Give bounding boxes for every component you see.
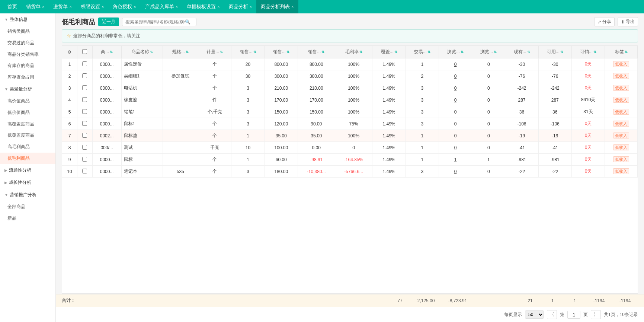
cell-view1[interactable]: 0 <box>439 142 472 154</box>
nav-role-auth[interactable]: 角色授权 × <box>108 0 140 13</box>
nav-home[interactable]: 首页 <box>3 0 22 13</box>
nav-close-icon[interactable]: × <box>102 4 104 9</box>
search-box[interactable]: 🔍 <box>122 18 196 26</box>
nav-close-icon[interactable]: × <box>134 4 136 9</box>
view1-link[interactable]: 0 <box>454 121 457 127</box>
select-all-checkbox[interactable] <box>82 49 87 54</box>
cell-view1[interactable]: 1 <box>439 154 472 166</box>
th-trade-count[interactable]: 交易...⇅ <box>406 46 439 58</box>
th-checkbox[interactable] <box>77 46 92 58</box>
th-gross-margin[interactable]: 毛利率⇅ <box>335 46 372 58</box>
sidebar-item-traded-goods[interactable]: 交易过的商品 <box>0 37 55 49</box>
th-saleable-days[interactable]: 可销...⇅ <box>571 46 605 58</box>
sidebar-group-cluster-analysis[interactable]: ▼ 类聚量分析 <box>0 83 55 95</box>
cell-checkbox[interactable] <box>77 130 92 142</box>
cell-view1[interactable]: 0 <box>439 118 472 130</box>
cell-checkbox[interactable] <box>77 142 92 154</box>
sidebar-item-high-coverage[interactable]: 高覆盖度商品 <box>0 118 55 130</box>
cell-available-stock: -19 <box>538 130 571 142</box>
th-current-stock[interactable]: 现有...⇅ <box>505 46 538 58</box>
page-size-select[interactable]: 50 100 200 <box>525 310 544 319</box>
sidebar-item-high-margin[interactable]: 高毛利商品 <box>0 141 55 153</box>
th-sales-qty[interactable]: 销售...⇅ <box>231 46 265 58</box>
view1-link[interactable]: 0 <box>454 145 457 150</box>
cell-name: 电话机 <box>121 82 163 94</box>
nav-product-analysis-list[interactable]: 商品分析列表 × <box>256 0 298 13</box>
cell-checkbox[interactable] <box>77 94 92 106</box>
nav-template-settings[interactable]: 单据模板设置 × <box>182 0 224 13</box>
page-number-input[interactable] <box>567 311 580 319</box>
th-unit[interactable]: 计量...⇅ <box>198 46 231 58</box>
cell-checkbox[interactable] <box>77 58 92 70</box>
tag-badge: 低收入 <box>613 109 629 115</box>
cell-checkbox[interactable] <box>77 106 92 118</box>
view1-link[interactable]: 0 <box>454 86 457 91</box>
cell-view1[interactable]: 0 <box>439 70 472 82</box>
cell-view1[interactable]: 0 <box>439 106 472 118</box>
sidebar-item-stock-capital[interactable]: 库存资金占用 <box>0 71 55 83</box>
cell-checkbox[interactable] <box>77 70 92 82</box>
sidebar-item-high-value[interactable]: 高价值商品 <box>0 95 55 107</box>
view1-link[interactable]: 1 <box>454 157 457 162</box>
th-view1[interactable]: 浏览...⇅ <box>439 46 472 58</box>
th-spec[interactable]: 规格...⇅ <box>163 46 198 58</box>
nav-close-icon[interactable]: × <box>217 4 220 9</box>
share-button[interactable]: ↗ 分享 <box>594 17 615 26</box>
sidebar-item-all-goods[interactable]: 全部商品 <box>0 201 55 213</box>
cell-view1[interactable]: 0 <box>439 94 472 106</box>
cell-checkbox[interactable] <box>77 166 92 178</box>
cell-view1[interactable]: 0 <box>439 58 472 70</box>
cell-checkbox[interactable] <box>77 118 92 130</box>
view1-link[interactable]: 0 <box>454 98 457 103</box>
sidebar-group-growth[interactable]: ▶ 成长性分析 <box>0 176 55 189</box>
export-button[interactable]: ⬆ 导出 <box>618 17 638 26</box>
sidebar-group-liquidity[interactable]: ▶ 流通性分析 <box>0 164 55 176</box>
view1-link[interactable]: 0 <box>454 109 457 115</box>
nav-close-icon[interactable]: × <box>176 4 178 9</box>
sidebar-item-category-sales-rate[interactable]: 商品分类销售率 <box>0 49 55 60</box>
cell-view1[interactable]: 0 <box>439 130 472 142</box>
nav-close-icon[interactable]: × <box>42 4 44 9</box>
sidebar-item-sales-goods[interactable]: 销售类商品 <box>0 26 55 37</box>
th-coverage[interactable]: 覆盖...⇅ <box>372 46 406 58</box>
cell-view1[interactable]: 0 <box>439 166 472 178</box>
sidebar-item-new-goods[interactable]: 新品 <box>0 213 55 224</box>
nav-purchase-order[interactable]: 进货单 × <box>49 0 76 13</box>
nav-product-inbound[interactable]: 产成品入库单 × <box>141 0 182 13</box>
th-name[interactable]: 商品名称⇅ <box>121 46 163 58</box>
view1-link[interactable]: 0 <box>454 74 457 79</box>
th-code[interactable]: 商...⇅ <box>92 46 121 58</box>
th-settings[interactable]: ⚙ <box>62 46 77 58</box>
table-row: 3 0000... 电话机 个 3 210.00 210.00 100% 1.4… <box>62 82 638 94</box>
th-sales-amount[interactable]: 销售...⇅ <box>265 46 298 58</box>
nav-sales-order[interactable]: 销货单 × <box>22 0 49 13</box>
sidebar-item-low-coverage[interactable]: 低覆盖度商品 <box>0 130 55 141</box>
search-icon[interactable]: 🔍 <box>185 19 190 25</box>
sidebar-item-stock-goods[interactable]: 有库存的商品 <box>0 60 55 71</box>
nav-close-icon[interactable]: × <box>291 4 294 9</box>
th-tag[interactable]: 标签⇅ <box>605 46 638 58</box>
sidebar-group-overall-info[interactable]: ▼ 整体信息 <box>0 13 55 26</box>
next-page-button[interactable]: 〉 <box>591 310 601 319</box>
nav-permission-settings[interactable]: 权限设置 × <box>76 0 108 13</box>
sidebar-group-marketing[interactable]: ▼ 营销推广分析 <box>0 189 55 201</box>
th-available-stock[interactable]: 可用...⇅ <box>538 46 571 58</box>
th-sales-profit[interactable]: 销售...⇅ <box>298 46 335 58</box>
nav-product-analysis[interactable]: 商品分析 × <box>224 0 256 13</box>
cell-current-stock: 287 <box>505 94 538 106</box>
cell-checkbox[interactable] <box>77 82 92 94</box>
sidebar-item-low-margin[interactable]: 低毛利商品 <box>0 153 55 164</box>
cell-view1[interactable]: 0 <box>439 82 472 94</box>
view1-link[interactable]: 0 <box>454 169 457 174</box>
cell-checkbox[interactable] <box>77 154 92 166</box>
view1-link[interactable]: 0 <box>454 62 457 67</box>
date-filter-button[interactable]: 近一月 <box>98 17 119 26</box>
prev-page-button[interactable]: 〈 <box>547 310 557 319</box>
sidebar-item-low-value[interactable]: 低价值商品 <box>0 107 55 118</box>
th-view2[interactable]: 浏览...⇅ <box>472 46 505 58</box>
nav-close-icon[interactable]: × <box>250 4 252 9</box>
nav-close-icon[interactable]: × <box>69 4 71 9</box>
view1-link[interactable]: 0 <box>454 133 457 138</box>
cell-sales-profit: 90.00 <box>298 118 335 130</box>
search-input[interactable] <box>125 19 185 25</box>
